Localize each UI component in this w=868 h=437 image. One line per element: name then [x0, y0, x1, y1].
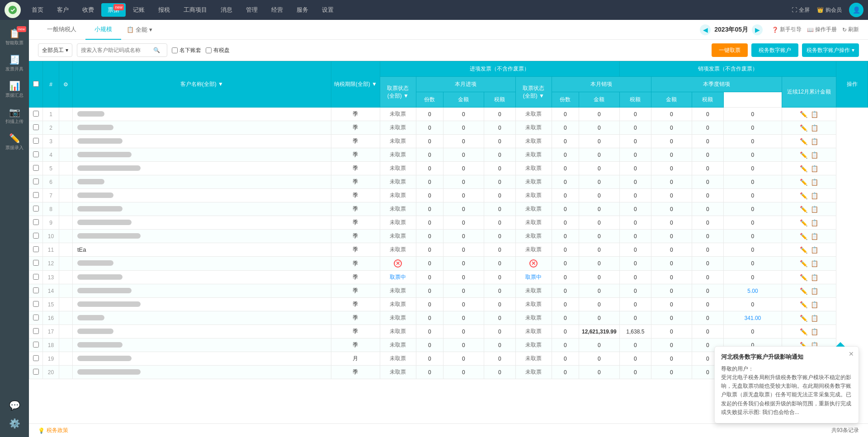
- row-checkbox[interactable]: [33, 233, 39, 239]
- row-checkbox-cell[interactable]: [29, 366, 43, 379]
- row-checkbox[interactable]: [33, 260, 39, 266]
- copy-icon[interactable]: 📋: [811, 206, 818, 213]
- nav-business[interactable]: 工商项目: [177, 3, 213, 17]
- row-checkbox-cell[interactable]: [29, 230, 43, 243]
- row-checkbox[interactable]: [33, 328, 39, 334]
- copy-icon[interactable]: 📋: [811, 328, 818, 335]
- th-name[interactable]: 客户名称(全部) ▼: [73, 61, 331, 108]
- ledger-checkbox[interactable]: 名下账套: [172, 47, 201, 54]
- edit-icon[interactable]: ✏️: [800, 151, 807, 159]
- search-input[interactable]: [81, 47, 153, 53]
- month-prev-button[interactable]: ◀: [700, 24, 711, 35]
- tax-account-button[interactable]: 税务数字账户: [751, 43, 798, 57]
- copy-icon[interactable]: 📋: [811, 138, 818, 145]
- nav-fee[interactable]: 收费: [76, 3, 100, 17]
- row-checkbox[interactable]: [33, 192, 39, 198]
- tax-policy-link[interactable]: 💡 税务政策: [38, 427, 68, 434]
- nav-accounting[interactable]: 记账: [127, 3, 151, 17]
- nav-clients[interactable]: 客户: [51, 3, 75, 17]
- edit-icon[interactable]: ✏️: [800, 287, 807, 295]
- row-checkbox[interactable]: [33, 138, 39, 144]
- row-checkbox-cell[interactable]: [29, 148, 43, 162]
- edit-icon[interactable]: ✏️: [800, 328, 807, 335]
- sidebar-item-smart-ticket[interactable]: 📋 智能取票 new: [0, 24, 29, 51]
- sidebar-item-invoice-summary[interactable]: 📊 票据汇总: [0, 77, 29, 103]
- nav-home[interactable]: 首页: [25, 3, 50, 17]
- copy-icon[interactable]: 📋: [811, 260, 818, 267]
- row-checkbox[interactable]: [33, 111, 39, 117]
- row-checkbox-cell[interactable]: [29, 271, 43, 284]
- row-checkbox[interactable]: [33, 206, 39, 211]
- row-checkbox-cell[interactable]: [29, 189, 43, 202]
- copy-icon[interactable]: 📋: [811, 179, 818, 186]
- member-button[interactable]: 👑 购会员: [817, 6, 842, 14]
- edit-icon[interactable]: ✏️: [800, 233, 807, 240]
- row-checkbox-cell[interactable]: [29, 108, 43, 121]
- row-checkbox[interactable]: [33, 315, 39, 320]
- month-next-button[interactable]: ▶: [752, 24, 763, 35]
- copy-icon[interactable]: 📋: [811, 111, 818, 118]
- tab-full[interactable]: 📋 全能 ▾: [121, 20, 158, 40]
- nav-message[interactable]: 消息: [214, 3, 239, 17]
- manual-button[interactable]: 📖 操作手册: [807, 26, 837, 33]
- tax-account-ops-button[interactable]: 税务数字账户操作 ▾: [802, 43, 859, 57]
- sidebar-item-scan-upload[interactable]: 📷 扫描上传: [0, 103, 29, 129]
- employee-select[interactable]: 全部员工 ▾: [38, 43, 72, 57]
- edit-icon[interactable]: ✏️: [800, 124, 807, 132]
- edit-icon[interactable]: ✏️: [800, 138, 807, 145]
- edit-icon[interactable]: ✏️: [800, 179, 807, 186]
- select-all-checkbox[interactable]: [33, 81, 39, 87]
- th-select-all[interactable]: [29, 61, 43, 108]
- copy-icon[interactable]: 📋: [811, 287, 818, 295]
- row-checkbox-cell[interactable]: [29, 311, 43, 325]
- copy-icon[interactable]: 📋: [811, 165, 818, 172]
- row-checkbox-cell[interactable]: [29, 284, 43, 298]
- row-checkbox-cell[interactable]: [29, 216, 43, 230]
- sidebar-item-open-invoice[interactable]: 🧾 发票开具: [0, 51, 29, 77]
- edit-icon[interactable]: ✏️: [800, 301, 807, 308]
- row-checkbox[interactable]: [33, 355, 39, 361]
- edit-icon[interactable]: ✏️: [800, 219, 807, 226]
- search-box[interactable]: 🔍: [77, 43, 167, 57]
- row-checkbox[interactable]: [33, 219, 39, 225]
- copy-icon[interactable]: 📋: [811, 233, 818, 240]
- row-checkbox-cell[interactable]: [29, 175, 43, 189]
- sidebar-item-message[interactable]: 💬: [6, 396, 23, 414]
- tab-general-taxpayer[interactable]: 一般纳税人: [38, 20, 85, 40]
- ledger-checkbox-input[interactable]: [172, 47, 178, 53]
- edit-icon[interactable]: ✏️: [800, 206, 807, 213]
- row-checkbox-cell[interactable]: [29, 135, 43, 148]
- nav-invoice[interactable]: 票据 new: [101, 3, 126, 17]
- copy-icon[interactable]: 📋: [811, 124, 818, 132]
- row-checkbox[interactable]: [33, 165, 39, 171]
- row-checkbox[interactable]: [33, 124, 39, 130]
- edit-icon[interactable]: ✏️: [800, 260, 807, 267]
- new-guide-button[interactable]: ❓ 新手引导: [772, 26, 802, 33]
- row-checkbox-cell[interactable]: [29, 162, 43, 175]
- th-settings[interactable]: ⚙: [59, 61, 73, 108]
- refresh-button[interactable]: ↻ 刷新: [842, 26, 859, 33]
- one-click-ticket-button[interactable]: 一键取票: [712, 43, 748, 57]
- row-checkbox-cell[interactable]: [29, 202, 43, 216]
- copy-icon[interactable]: 📋: [811, 151, 818, 159]
- edit-icon[interactable]: ✏️: [800, 165, 807, 172]
- row-checkbox-cell[interactable]: [29, 298, 43, 311]
- th-in-status[interactable]: 取票状态(全部) ▼: [380, 77, 416, 108]
- nav-operation[interactable]: 经营: [265, 3, 289, 17]
- row-checkbox[interactable]: [33, 342, 39, 348]
- fullscreen-button[interactable]: ⛶ 全屏: [792, 6, 810, 14]
- th-out-status[interactable]: 取票状态(全部) ▼: [515, 77, 552, 108]
- copy-icon[interactable]: 📋: [811, 192, 818, 199]
- tax-disk-checkbox-input[interactable]: [206, 47, 212, 53]
- copy-icon[interactable]: 📋: [811, 246, 818, 254]
- edit-icon[interactable]: ✏️: [800, 111, 807, 118]
- edit-icon[interactable]: ✏️: [800, 246, 807, 254]
- th-tax-period[interactable]: 纳税期限(全部) ▼: [331, 61, 380, 108]
- user-avatar[interactable]: 👤: [849, 3, 863, 17]
- row-checkbox[interactable]: [33, 246, 39, 252]
- nav-tax[interactable]: 报税: [152, 3, 176, 17]
- nav-settings[interactable]: 设置: [316, 3, 340, 17]
- row-checkbox[interactable]: [33, 301, 39, 307]
- edit-icon[interactable]: ✏️: [800, 315, 807, 322]
- row-checkbox-cell[interactable]: [29, 352, 43, 366]
